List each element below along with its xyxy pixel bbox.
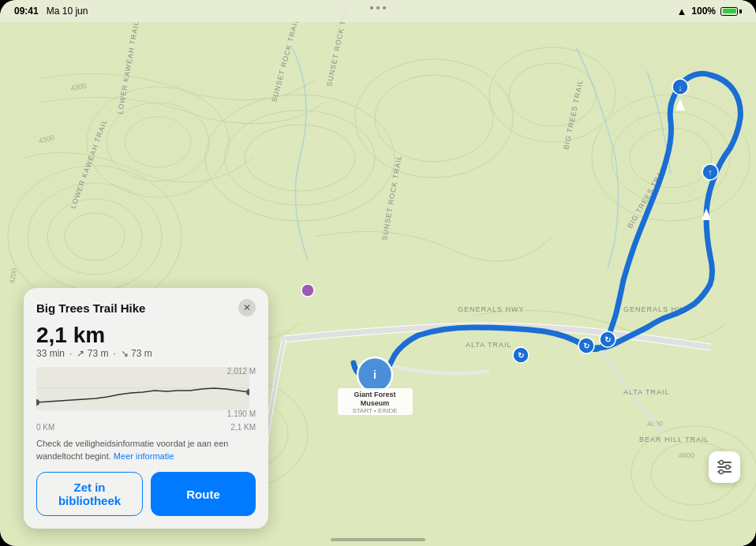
svg-point-62 [726,466,730,469]
date: Ma 10 jun [47,6,88,17]
svg-text:↻: ↻ [518,351,524,360]
elev-up-stat: ↗ 73 m [77,348,108,359]
route-options-button[interactable] [709,451,740,483]
svg-text:i: i [373,368,376,381]
time: 09:41 [14,6,39,17]
safety-notice: Check de veiligheidsinformatie voordat j… [36,438,256,462]
battery-icon [720,7,742,16]
svg-text:ALTA TRAIL: ALTA TRAIL [623,388,670,396]
svg-point-63 [720,470,724,474]
elev-down-stat: ↘ 73 m [121,348,152,359]
separator2: · [113,348,115,359]
chart-start-label: 0 KM [36,423,54,432]
chart-y-labels: 2.012 M 1.190 M [227,367,256,418]
chart-min-label: 1.190 M [227,410,256,418]
elevation-chart: 2.012 M 1.190 M [36,367,256,418]
svg-text:↓: ↓ [678,83,683,92]
svg-text:↻: ↻ [583,342,589,350]
status-left: 09:41 Ma 10 jun [14,6,88,17]
svg-text:START • EINDE: START • EINDE [352,407,397,414]
svg-text:ALTA TRAIL: ALTA TRAIL [466,341,512,349]
battery-percent: 100% [691,6,716,17]
panel-title: Big Trees Trail Hike [36,301,145,315]
chart-x-labels: 0 KM 2,1 KM [36,423,256,432]
time-stat: 33 min [36,348,65,359]
close-button[interactable]: ✕ [238,299,256,316]
svg-point-61 [720,461,724,465]
status-bar: 09:41 Ma 10 jun ▲ 100% [0,0,756,22]
panel-distance: 2,1 km [36,324,256,346]
svg-text:4600: 4600 [679,451,694,459]
svg-text:GENERALS HWY: GENERALS HWY [458,305,525,313]
panel-buttons: Zet in bibliotheek Route [36,472,256,516]
wifi-icon: ▲ [676,6,687,17]
svg-text:↻: ↻ [604,335,611,344]
route-button[interactable]: Route [151,472,256,516]
top-dots [370,6,386,9]
status-right: ▲ 100% [676,6,742,17]
panel-header: Big Trees Trail Hike ✕ [36,299,256,316]
chart-end-label: 2,1 KM [230,423,256,432]
home-indicator [331,538,425,541]
svg-text:↑: ↑ [708,167,713,177]
trail-info-panel: Big Trees Trail Hike ✕ 2,1 km 33 min · ↗… [24,288,268,529]
svg-text:BEAR HILL TRAIL: BEAR HILL TRAIL [639,436,709,443]
panel-stats: 33 min · ↗ 73 m · ↘ 73 m [36,348,256,359]
save-to-library-button[interactable]: Zet in bibliotheek [36,472,143,516]
svg-text:Giant Forest: Giant Forest [354,391,395,398]
separator1: · [69,348,72,359]
svg-point-57 [301,284,314,297]
chart-max-label: 2.012 M [227,367,256,376]
svg-text:Museum: Museum [361,399,390,407]
safety-link[interactable]: Meer informatie [114,451,174,461]
